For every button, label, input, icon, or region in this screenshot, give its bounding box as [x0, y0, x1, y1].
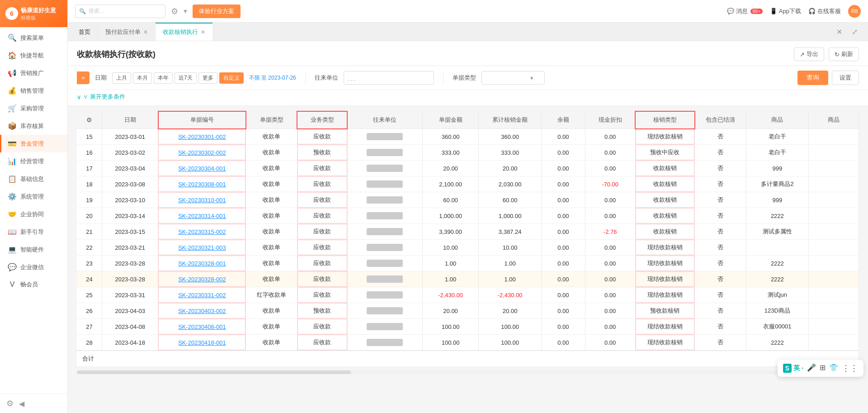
cell-bill-no[interactable]: SK-20230328-002 [158, 271, 246, 287]
table-row[interactable]: 15 2023-03-01 SK-20230301-002 收款单 应收款 36… [77, 129, 859, 145]
expand-more-conditions-btn[interactable]: ∨ ∨ 展开更多条件 [77, 93, 859, 101]
solution-button[interactable]: 体验行业方案 [193, 5, 241, 18]
tab-prepay[interactable]: 预付款应付单 ✕ [98, 23, 155, 41]
col-header-bill-type[interactable]: 单据类型 [246, 111, 297, 129]
table-row[interactable]: 20 2023-03-14 SK-20230314-001 收款单 应收款 1,… [77, 208, 859, 224]
tab-writeoff[interactable]: 收款核销执行 ✕ [156, 23, 212, 41]
cell-partner [347, 161, 422, 176]
sidebar-item-marketing[interactable]: 📢 营销推广 [0, 64, 67, 82]
tab-close-writeoff[interactable]: ✕ [201, 29, 205, 35]
col-header-include[interactable]: 包含已结清 [695, 111, 746, 129]
cell-no: 28 [77, 335, 102, 351]
sidebar-item-corp[interactable]: 🤝 企业协同 [0, 205, 67, 223]
sidebar-item-inventory[interactable]: 📦 库存核算 [0, 117, 67, 135]
col-header-partner[interactable]: 往来单位 [347, 111, 422, 129]
user-avatar[interactable]: Rit [848, 5, 861, 18]
table-row[interactable]: 19 2023-03-10 SK-20230310-001 收款单 应收款 60… [77, 192, 859, 208]
cell-bill-no[interactable]: SK-20230321-003 [158, 240, 246, 256]
table-row[interactable]: 26 2023-04-03 SK-20230403-002 收款单 预收款 20… [77, 303, 859, 319]
col-header-accumulated[interactable]: 累计核销金额 [479, 111, 541, 129]
horizontal-scrollbar[interactable] [77, 369, 859, 376]
cell-bill-no[interactable]: SK-20230403-002 [158, 303, 246, 319]
cell-partner [347, 192, 422, 208]
date-custom[interactable]: 自定义 [219, 72, 244, 84]
cell-bill-no[interactable]: SK-20230308-001 [158, 176, 246, 192]
sidebar-item-basic[interactable]: 📋 基础信息 [0, 170, 67, 188]
cell-writeoff-type: 收款核销 [635, 208, 695, 224]
sidebar-item-capital[interactable]: 💳 资金管理 [0, 135, 67, 152]
col-header-goods[interactable]: 商品 [746, 111, 808, 129]
topbar-gear-icon[interactable]: ⚙ [171, 6, 178, 16]
messages-item[interactable]: 💬 消息 99+ [727, 7, 763, 15]
table-row[interactable]: 27 2023-04-08 SK-20230408-001 收款单 应收款 10… [77, 319, 859, 335]
settings-footer-icon[interactable]: ⚙ [6, 399, 14, 408]
filter-expand-button[interactable]: » [77, 71, 90, 84]
refresh-button[interactable]: ↻ 刷新 [829, 47, 859, 61]
cell-bill-no[interactable]: SK-20230408-001 [158, 319, 246, 335]
date-7days[interactable]: 近7天 [175, 72, 197, 84]
table-row[interactable]: 21 2023-03-15 SK-20230315-002 收款单 应收款 3,… [77, 224, 859, 240]
col-header-goods2[interactable]: 商品 [809, 111, 859, 129]
date-more[interactable]: 更多 [198, 72, 217, 84]
expand-window-btn[interactable]: ⤢ [848, 25, 861, 38]
collapse-icon[interactable]: ◀ [19, 399, 24, 408]
cell-bill-no[interactable]: SK-20230302-002 [158, 145, 246, 161]
cell-bill-no[interactable]: SK-20230331-002 [158, 287, 246, 303]
table-row[interactable]: 16 2023-03-02 SK-20230302-002 收款单 预收款 33… [77, 145, 859, 161]
table-row[interactable]: 24 2023-03-28 SK-20230328-002 收款单 应收款 1.… [77, 271, 859, 287]
table-row[interactable]: 23 2023-03-28 SK-20230328-001 收款单 应收款 1.… [77, 256, 859, 271]
col-header-amount[interactable]: 单据金额 [422, 111, 479, 129]
cell-bill-no[interactable]: SK-20230315-002 [158, 224, 246, 240]
settings-button[interactable]: 设置 [832, 71, 859, 85]
tab-close-prepay[interactable]: ✕ [143, 29, 148, 35]
table-row[interactable]: 22 2023-03-21 SK-20230321-003 收款单 应收款 10… [77, 240, 859, 256]
table-row[interactable]: 18 2023-03-08 SK-20230308-001 收款单 应收款 2,… [77, 176, 859, 192]
sidebar-item-nav[interactable]: 🏠 快捷导航 [0, 47, 67, 64]
col-header-settings[interactable]: ⚙ [77, 111, 102, 129]
col-header-writeoff-type[interactable]: 核销类型 [635, 111, 695, 129]
cell-bill-no[interactable]: SK-20230301-002 [158, 129, 246, 145]
sidebar-item-operation[interactable]: 📊 经营管理 [0, 152, 67, 170]
date-last-month[interactable]: 上月 [112, 72, 131, 84]
sidebar-item-search[interactable]: 🔍 搜索菜单 [0, 29, 67, 47]
col-header-date[interactable]: 日期 [102, 111, 158, 129]
apps-grid-icon[interactable]: ⋮⋮ [842, 363, 858, 373]
close-window-btn[interactable]: ✕ [833, 25, 845, 38]
cell-bill-no[interactable]: SK-20230304-001 [158, 161, 246, 176]
date-this-year[interactable]: 本年 [154, 72, 173, 84]
cell-bill-no[interactable]: SK-20230310-001 [158, 192, 246, 208]
cell-bill-no[interactable]: SK-20230418-001 [158, 335, 246, 351]
cell-balance: 0.00 [541, 319, 585, 335]
table-row[interactable]: 28 2023-04-18 SK-20230418-001 收款单 应收款 10… [77, 335, 859, 351]
sidebar-item-wechat[interactable]: 💬 企业微信 [0, 258, 67, 276]
cell-bill-no[interactable]: SK-20230328-001 [158, 256, 246, 271]
scrollbar-thumb[interactable] [77, 370, 351, 374]
col-header-bill-no[interactable]: 单据编号 [158, 111, 246, 129]
col-header-balance[interactable]: 余额 [541, 111, 585, 129]
sidebar-item-guide[interactable]: 📖 新手引导 [0, 223, 67, 241]
sidebar-item-sales[interactable]: 💰 销售管理 [0, 82, 67, 100]
mic-icon[interactable]: 🎤 [807, 363, 816, 373]
grid-icon[interactable]: ⊞ [820, 363, 826, 373]
sidebar-item-hardware[interactable]: 💻 智能硬件 [0, 241, 67, 258]
shirt-icon[interactable]: 👕 [829, 363, 838, 373]
sidebar-item-system[interactable]: ⚙️ 系统管理 [0, 188, 67, 205]
app-download-item[interactable]: 📱 App下载 [770, 7, 801, 15]
sidebar-item-purchase[interactable]: 🛒 采购管理 [0, 100, 67, 117]
sidebar-item-member[interactable]: V 畅会员 [0, 276, 67, 293]
table-row[interactable]: 17 2023-03-04 SK-20230304-001 收款单 应收款 20… [77, 161, 859, 176]
cell-accumulated: 333.00 [479, 145, 541, 161]
tab-home[interactable]: 首页 [71, 23, 98, 41]
topbar-search[interactable]: 🔍 搜索... [75, 5, 165, 18]
floating-brand[interactable]: S 英 · [783, 364, 803, 373]
cell-bill-no[interactable]: SK-20230314-001 [158, 208, 246, 224]
table-row[interactable]: 25 2023-03-31 SK-20230331-002 红字收款单 应收款 … [77, 287, 859, 303]
online-service-item[interactable]: 🎧 在线客服 [808, 7, 841, 15]
col-header-discount[interactable]: 现金折扣 [585, 111, 635, 129]
bill-type-select[interactable]: ▾ [481, 71, 545, 85]
partner-input-wrap[interactable]: ... [344, 71, 434, 85]
export-button[interactable]: ↗ 导出 [794, 47, 824, 61]
col-header-biz-type[interactable]: 业务类型 [297, 111, 347, 129]
query-button[interactable]: 查询 [797, 71, 828, 85]
date-this-month[interactable]: 本月 [133, 72, 152, 84]
